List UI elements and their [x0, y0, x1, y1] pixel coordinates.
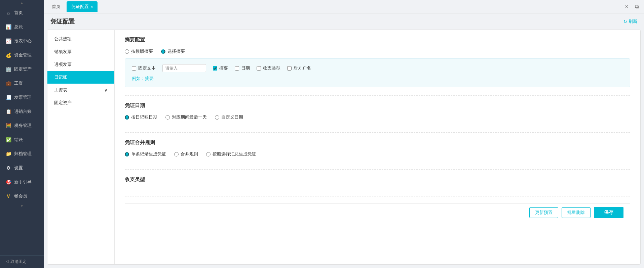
- archive-management-icon: 📁: [5, 151, 11, 157]
- radio-select-summary[interactable]: 选择摘要: [161, 48, 185, 54]
- radio-template-summary[interactable]: 按模版摘要: [125, 48, 153, 54]
- sidebar-item-beginner-guide[interactable]: 🎯 新手引导: [0, 175, 44, 189]
- radio-merge-rule-input[interactable]: [174, 152, 179, 157]
- radio-select-aggregate-input[interactable]: [206, 152, 211, 157]
- checkbox-fixed-text-input[interactable]: [132, 66, 136, 71]
- sidebar-scroll-down[interactable]: ▼: [0, 203, 44, 209]
- sidebar-scroll-up[interactable]: ▲: [0, 0, 44, 6]
- sidebar-item-settings[interactable]: ⚙ 设置: [0, 161, 44, 175]
- menu-item-sales-invoice[interactable]: 销项发票: [47, 45, 114, 58]
- save-button[interactable]: 保存: [594, 207, 623, 218]
- sales-ledger-icon: 📋: [5, 109, 11, 114]
- pin-icon: ◁: [5, 259, 10, 264]
- summary-config-radio-group: 按模版摘要 选择摘要: [125, 48, 630, 54]
- checkbox-summary[interactable]: 摘要: [213, 65, 228, 71]
- sidebar-item-invoice-management[interactable]: 🧾 发票管理: [0, 90, 44, 104]
- radio-by-journal-date[interactable]: 按日记账日期: [125, 114, 157, 120]
- sidebar-item-archive-management[interactable]: 📁 归档管理: [0, 147, 44, 161]
- sidebar-item-home[interactable]: ⌂ 首页: [0, 6, 44, 20]
- sidebar-item-tax-management[interactable]: 🧮 税务管理: [0, 119, 44, 133]
- page-title: 凭证配置: [50, 17, 75, 26]
- tab-bar: 首页 凭证配置 × × ⧉: [44, 0, 644, 13]
- checkbox-income-expense-type[interactable]: 收支类型: [257, 65, 280, 71]
- menu-item-payroll-table[interactable]: 工资表 ∨: [47, 84, 114, 96]
- example-text: 例如：摘要: [132, 76, 623, 82]
- invoice-management-icon: 🧾: [5, 95, 11, 100]
- menu-item-public-options[interactable]: 公共选项: [47, 33, 114, 45]
- tab-voucher-config[interactable]: 凭证配置 ×: [67, 1, 98, 12]
- radio-last-day-of-period[interactable]: 对应期间最后一天: [165, 114, 207, 120]
- refresh-button[interactable]: ↻ 刷新: [623, 18, 637, 25]
- section-voucher-merge-rule: 凭证合并规则 单条记录生成凭证 合并规则 按照选择汇总生成凭证: [125, 139, 630, 170]
- summary-checkbox-area: 固定文本 摘要 日期: [125, 58, 630, 87]
- settlement-icon: ✅: [5, 137, 11, 142]
- radio-custom-date-input[interactable]: [215, 115, 219, 120]
- sidebar-item-settlement[interactable]: ✅ 结账: [0, 133, 44, 147]
- sidebar-item-member[interactable]: V 畅会员: [0, 189, 44, 203]
- radio-last-day-of-period-input[interactable]: [165, 115, 170, 120]
- sidebar-item-fixed-assets[interactable]: 🏢 固定资产: [0, 62, 44, 76]
- radio-select-summary-input[interactable]: [161, 49, 165, 54]
- page-content: 凭证配置 ↻ 刷新 公共选项 销项发票 进项发票 日记账: [44, 13, 644, 268]
- section-income-expense-type: 收支类型: [125, 176, 630, 196]
- voucher-merge-rule-radio-group: 单条记录生成凭证 合并规则 按照选择汇总生成凭证: [125, 151, 630, 157]
- checkbox-date-input[interactable]: [235, 66, 239, 71]
- checkbox-counterparty-name-input[interactable]: [287, 66, 292, 71]
- fixed-assets-icon: 🏢: [5, 66, 11, 72]
- sidebar-item-general-ledger[interactable]: 📊 总账: [0, 20, 44, 34]
- right-content: 摘要配置 按模版摘要 选择摘要: [115, 30, 640, 264]
- fund-management-icon: 💰: [5, 52, 11, 58]
- sidebar-item-report-center[interactable]: 📈 报表中心: [0, 34, 44, 48]
- chevron-down-icon: ∨: [104, 88, 108, 93]
- home-icon: ⌂: [5, 10, 11, 15]
- menu-item-fixed-assets[interactable]: 固定资产: [47, 96, 114, 109]
- general-ledger-icon: 📊: [5, 24, 11, 30]
- tab-bar-actions: × ⧉: [623, 3, 641, 10]
- checkbox-date[interactable]: 日期: [235, 65, 250, 71]
- sidebar-item-payroll[interactable]: 💼 工资: [0, 76, 44, 90]
- checkbox-counterparty-name[interactable]: 对方户名: [287, 65, 311, 71]
- close-window-button[interactable]: ×: [623, 3, 630, 10]
- checkbox-income-expense-type-input[interactable]: [257, 66, 261, 71]
- radio-by-journal-date-input[interactable]: [125, 115, 129, 120]
- refresh-icon: ↻: [623, 19, 627, 24]
- tax-management-icon: 🧮: [5, 123, 11, 128]
- checkbox-row: 固定文本 摘要 日期: [132, 64, 623, 72]
- restore-window-button[interactable]: ⧉: [633, 3, 641, 10]
- checkbox-summary-input[interactable]: [213, 66, 217, 71]
- sidebar: ▲ ⌂ 首页 📊 总账 📈 报表中心 💰 资金管理 🏢 固定资产 💼 工资 🧾 …: [0, 0, 44, 268]
- voucher-date-radio-group: 按日记账日期 对应期间最后一天 自定义日期: [125, 114, 630, 120]
- voucher-date-title: 凭证日期: [125, 102, 630, 109]
- update-preview-button[interactable]: 更新预置: [529, 207, 558, 218]
- main-area: 首页 凭证配置 × × ⧉ 凭证配置 ↻ 刷新 公共选项: [44, 0, 644, 268]
- menu-item-purchase-invoice[interactable]: 进项发票: [47, 58, 114, 71]
- summary-config-title: 摘要配置: [125, 37, 630, 43]
- page-header: 凭证配置 ↻ 刷新: [44, 13, 644, 30]
- radio-merge-rule[interactable]: 合并规则: [174, 151, 198, 157]
- checkbox-fixed-text[interactable]: 固定文本: [132, 65, 156, 71]
- fixed-text-input[interactable]: [162, 64, 206, 72]
- content-body: 公共选项 销项发票 进项发票 日记账 工资表 ∨ 固定资产: [47, 30, 641, 265]
- left-menu: 公共选项 销项发票 进项发票 日记账 工资表 ∨ 固定资产: [47, 30, 115, 264]
- cancel-pin-button[interactable]: ◁ 取消固定: [0, 255, 44, 268]
- section-voucher-date: 凭证日期 按日记账日期 对应期间最后一天 自定义日期: [125, 102, 630, 133]
- radio-custom-date[interactable]: 自定义日期: [215, 114, 243, 120]
- radio-select-aggregate[interactable]: 按照选择汇总生成凭证: [206, 151, 256, 157]
- sidebar-item-fund-management[interactable]: 💰 资金管理: [0, 48, 44, 62]
- report-center-icon: 📈: [5, 38, 11, 44]
- menu-item-journal[interactable]: 日记账: [47, 71, 114, 84]
- tab-home[interactable]: 首页: [47, 1, 65, 12]
- settings-icon: ⚙: [5, 165, 11, 171]
- batch-delete-button[interactable]: 批量删除: [562, 207, 591, 218]
- radio-single-record[interactable]: 单条记录生成凭证: [125, 151, 166, 157]
- radio-template-summary-input[interactable]: [125, 49, 129, 54]
- member-icon: V: [5, 193, 11, 199]
- income-expense-type-title: 收支类型: [125, 176, 630, 183]
- sidebar-item-sales-ledger[interactable]: 📋 进销台账: [0, 104, 44, 119]
- bottom-action-bar: 更新预置 批量删除 保存: [125, 203, 630, 222]
- section-summary-config: 摘要配置 按模版摘要 选择摘要: [125, 37, 630, 96]
- voucher-merge-rule-title: 凭证合并规则: [125, 139, 630, 146]
- tab-close-button[interactable]: ×: [91, 5, 93, 9]
- radio-single-record-input[interactable]: [125, 152, 129, 157]
- beginner-guide-icon: 🎯: [5, 179, 11, 185]
